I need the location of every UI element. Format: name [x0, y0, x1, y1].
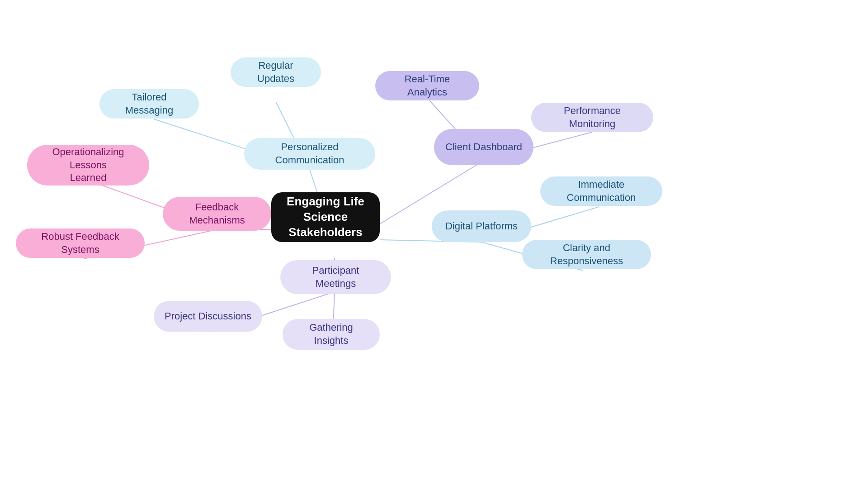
node-digital-platforms[interactable]: Digital Platforms: [432, 210, 531, 242]
node-project-discussions[interactable]: Project Discussions: [154, 301, 262, 332]
node-immediate-communication[interactable]: Immediate Communication: [540, 176, 662, 206]
label: Operationalizing Lessons Learned: [38, 146, 138, 185]
label: Regular Updates: [241, 59, 310, 85]
node-participant-meetings[interactable]: Participant Meetings: [280, 260, 391, 294]
node-personalized-communication[interactable]: Personalized Communication: [244, 138, 375, 170]
label: Gathering Insights: [293, 321, 369, 347]
node-feedback-mechanisms[interactable]: Feedback Mechanisms: [163, 197, 271, 231]
node-regular-updates[interactable]: Regular Updates: [231, 57, 321, 87]
label: Robust Feedback Systems: [27, 230, 134, 256]
node-robust-feedback-systems[interactable]: Robust Feedback Systems: [16, 228, 145, 258]
node-tailored-messaging[interactable]: Tailored Messaging: [99, 89, 199, 119]
label: Tailored Messaging: [110, 91, 188, 117]
node-gathering-insights[interactable]: Gathering Insights: [283, 319, 380, 350]
node-client-dashboard[interactable]: Client Dashboard: [434, 129, 533, 165]
label: Client Dashboard: [445, 141, 522, 154]
center-label: Engaging Life Science Stakeholders: [280, 194, 371, 240]
node-real-time-analytics[interactable]: Real-Time Analytics: [375, 71, 479, 100]
node-operationalizing-lessons[interactable]: Operationalizing Lessons Learned: [27, 145, 149, 186]
label: Project Discussions: [165, 310, 251, 323]
label: Personalized Communication: [255, 141, 364, 167]
center-node[interactable]: Engaging Life Science Stakeholders: [271, 192, 380, 242]
label: Feedback Mechanisms: [174, 201, 260, 227]
label: Real-Time Analytics: [386, 73, 468, 99]
label: Clarity and Responsiveness: [533, 242, 640, 267]
label: Immediate Communication: [551, 178, 651, 204]
label: Performance Monitoring: [542, 105, 642, 130]
label: Digital Platforms: [445, 220, 518, 233]
node-performance-monitoring[interactable]: Performance Monitoring: [531, 103, 653, 132]
label: Participant Meetings: [291, 264, 380, 290]
node-clarity-responsiveness[interactable]: Clarity and Responsiveness: [522, 240, 651, 269]
